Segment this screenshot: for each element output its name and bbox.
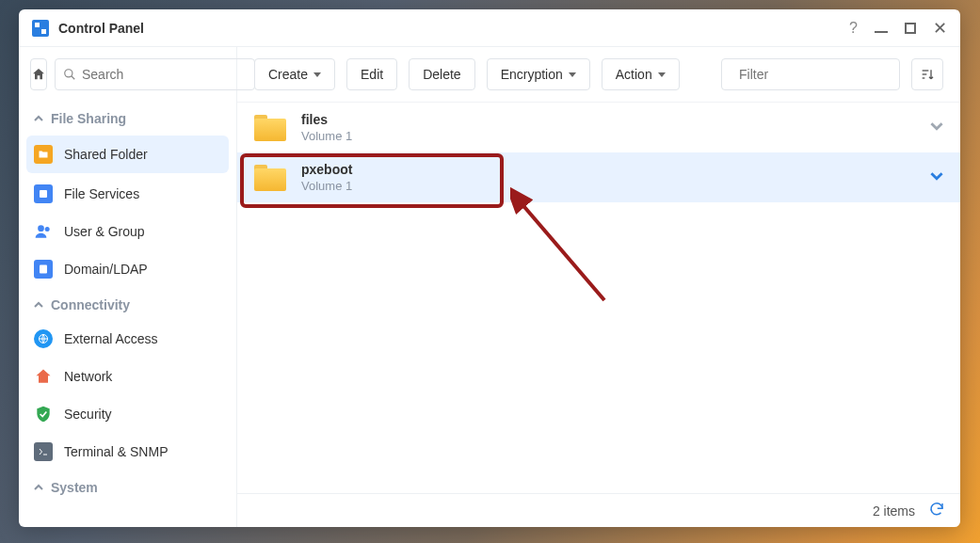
- sidebar-item-network[interactable]: Network: [19, 358, 236, 395]
- caret-down-icon: [313, 72, 321, 77]
- item-count: 2 items: [873, 503, 915, 519]
- list-item[interactable]: pxeboot Volume 1: [237, 152, 960, 202]
- network-icon: [34, 367, 53, 386]
- folder-location: Volume 1: [301, 129, 915, 143]
- sidebar-item-terminal-snmp[interactable]: Terminal & SNMP: [19, 433, 236, 471]
- folder-name: files: [301, 112, 915, 127]
- domain-ldap-icon: [34, 260, 53, 279]
- action-button[interactable]: Action: [602, 58, 680, 90]
- folder-icon: [254, 165, 286, 191]
- chevron-down-icon[interactable]: [930, 169, 943, 185]
- sidebar-item-label: Domain/LDAP: [64, 262, 148, 277]
- chevron-up-icon: [34, 114, 43, 123]
- sidebar-item-label: Security: [64, 407, 112, 422]
- app-icon: [32, 20, 49, 37]
- category-label: File Sharing: [51, 111, 126, 126]
- svg-rect-2: [40, 190, 47, 198]
- sidebar-nav: File Sharing Shared Folder File Services…: [19, 102, 236, 527]
- sidebar-item-label: File Services: [64, 186, 139, 201]
- shield-icon: [34, 405, 53, 423]
- svg-point-4: [45, 227, 50, 232]
- folder-icon: [34, 145, 53, 164]
- sidebar-item-label: User & Group: [64, 224, 145, 239]
- sidebar-item-label: Terminal & SNMP: [64, 444, 168, 459]
- terminal-icon: [34, 442, 53, 461]
- main-panel: Create Edit Delete Encryption Action: [237, 47, 960, 527]
- chevron-up-icon: [34, 300, 43, 310]
- caret-down-icon: [569, 72, 576, 77]
- filter-field[interactable]: [721, 58, 900, 90]
- folder-name: pxeboot: [301, 162, 915, 177]
- edit-button[interactable]: Edit: [346, 58, 397, 90]
- sidebar-item-security[interactable]: Security: [19, 395, 236, 433]
- folder-location: Volume 1: [301, 179, 915, 193]
- control-panel-window: Control Panel ? ✕ File Sharin: [19, 9, 960, 527]
- home-button[interactable]: [30, 58, 47, 90]
- refresh-icon: [928, 501, 945, 518]
- statusbar: 2 items: [237, 493, 960, 527]
- encryption-button[interactable]: Encryption: [487, 58, 590, 90]
- category-file-sharing[interactable]: File Sharing: [19, 102, 236, 134]
- sidebar-item-shared-folder[interactable]: Shared Folder: [26, 136, 229, 173]
- caret-down-icon: [658, 72, 666, 77]
- chevron-down-icon[interactable]: [930, 120, 943, 136]
- category-label: Connectivity: [51, 297, 130, 312]
- category-label: System: [51, 480, 98, 495]
- svg-rect-5: [40, 265, 47, 274]
- file-services-icon: [34, 184, 53, 203]
- sidebar-item-label: Shared Folder: [64, 147, 148, 162]
- maximize-button[interactable]: [905, 23, 916, 34]
- sidebar-item-external-access[interactable]: External Access: [19, 320, 236, 358]
- category-connectivity[interactable]: Connectivity: [19, 288, 236, 320]
- close-button[interactable]: ✕: [933, 18, 947, 39]
- svg-point-0: [65, 70, 72, 77]
- sidebar-item-label: Network: [64, 369, 112, 384]
- user-group-icon: [34, 222, 53, 241]
- sidebar-item-user-group[interactable]: User & Group: [19, 213, 236, 250]
- create-button[interactable]: Create: [254, 58, 335, 90]
- titlebar-controls: ? ✕: [849, 18, 947, 39]
- sidebar-item-label: External Access: [64, 331, 158, 346]
- sidebar: File Sharing Shared Folder File Services…: [19, 47, 237, 527]
- svg-line-10: [520, 201, 604, 300]
- sort-icon: [920, 67, 935, 82]
- refresh-button[interactable]: [928, 501, 945, 520]
- search-input[interactable]: [82, 67, 247, 82]
- svg-line-1: [72, 76, 75, 80]
- filter-input[interactable]: [739, 67, 904, 82]
- external-access-icon: [34, 329, 53, 348]
- folder-list: files Volume 1 pxeboot Volume 1: [237, 103, 960, 493]
- list-item[interactable]: files Volume 1: [237, 103, 960, 152]
- toolbar: Create Edit Delete Encryption Action: [237, 47, 960, 103]
- sidebar-item-file-services[interactable]: File Services: [19, 175, 236, 213]
- help-icon[interactable]: ?: [849, 20, 858, 37]
- window-title: Control Panel: [58, 21, 849, 36]
- minimize-button[interactable]: [875, 31, 888, 33]
- home-icon: [31, 67, 46, 82]
- search-icon: [63, 68, 76, 81]
- sort-button[interactable]: [911, 58, 943, 90]
- svg-point-3: [38, 225, 44, 232]
- titlebar: Control Panel ? ✕: [19, 9, 960, 47]
- annotation-arrow: [510, 187, 623, 310]
- category-system[interactable]: System: [19, 471, 236, 503]
- sidebar-search[interactable]: [55, 58, 255, 90]
- chevron-up-icon: [34, 483, 43, 492]
- delete-button[interactable]: Delete: [409, 58, 474, 90]
- sidebar-item-domain-ldap[interactable]: Domain/LDAP: [19, 250, 236, 288]
- folder-icon: [254, 115, 286, 141]
